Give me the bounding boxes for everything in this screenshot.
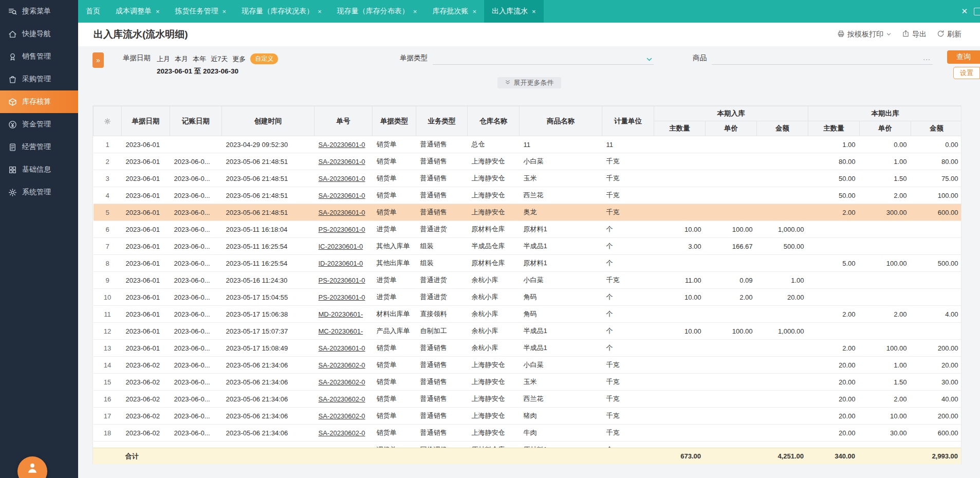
tab[interactable]: 成本调整单× <box>108 0 168 23</box>
date-quick-link[interactable]: 本年 <box>193 54 206 64</box>
tab[interactable]: 拣货任务管理× <box>168 0 234 23</box>
table-row[interactable]: 72023-06-012023-06-0...2023-05-11 16:25:… <box>94 238 962 255</box>
sidebar-item[interactable]: 库存核算 <box>0 90 78 113</box>
table-row[interactable]: 82023-06-012023-06-0...2023-05-11 16:25:… <box>94 255 962 272</box>
export-button[interactable]: 导出 <box>902 30 927 39</box>
column-header[interactable]: 商品名称 <box>520 106 602 136</box>
sub-column-header[interactable]: 金额 <box>911 121 962 136</box>
doc-number-link[interactable]: SA-20230601-0 <box>319 175 365 182</box>
table-row[interactable]: 122023-06-012023-06-0...2023-05-17 15:07… <box>94 323 962 340</box>
doc-number-link[interactable]: IC-20230601-0 <box>319 243 363 250</box>
tab[interactable]: 首页 <box>78 0 108 23</box>
table-row[interactable]: 42023-06-012023-06-0...2023-05-06 21:48:… <box>94 187 962 204</box>
doc-type-select[interactable] <box>433 53 654 65</box>
sidebar-item[interactable]: 采购管理 <box>0 68 78 90</box>
tab[interactable]: 现存量（库存分布表）× <box>329 0 425 23</box>
doc-number-link[interactable]: PS-20230601-0 <box>319 226 365 233</box>
tab-close-icon[interactable]: × <box>156 8 160 15</box>
sub-column-header[interactable]: 单价 <box>706 121 757 136</box>
sidebar-item[interactable]: 系统管理 <box>0 181 78 204</box>
table-row[interactable]: 162023-06-022023-06-0...2023-05-06 21:34… <box>94 391 962 408</box>
table-row[interactable]: 102023-06-012023-06-0...2023-05-17 15:04… <box>94 289 962 306</box>
column-header[interactable]: 单据日期 <box>122 106 170 136</box>
date-quick-link[interactable]: 上月 <box>157 54 170 64</box>
doc-number-link[interactable]: SA-20230601-0 <box>319 344 365 352</box>
tab[interactable]: 库存批次账× <box>424 0 484 23</box>
table-row[interactable]: 182023-06-022023-06-0...2023-05-06 21:34… <box>94 425 962 442</box>
doc-number-link[interactable]: SA-20230601-0 <box>319 209 365 216</box>
doc-number-link[interactable]: SA-20230602-0 <box>319 378 365 386</box>
custom-date-badge[interactable]: 自定义 <box>250 53 278 64</box>
table-row[interactable]: 172023-06-022023-06-0...2023-05-06 21:34… <box>94 408 962 425</box>
close-icon[interactable]: ✕ <box>961 7 968 16</box>
sub-column-header[interactable]: 主数量 <box>654 121 706 136</box>
column-header[interactable]: 创建时间 <box>222 106 315 136</box>
group-header: 本期入库 <box>654 106 808 121</box>
sidebar-search-label: 搜索菜单 <box>22 7 51 16</box>
table-row[interactable]: 92023-06-012023-06-0...2023-05-16 11:24:… <box>94 272 962 289</box>
table-row[interactable]: 132023-06-012023-06-0...2023-05-17 15:08… <box>94 340 962 357</box>
date-quick-links: 上月本月本年近7天更多 <box>157 54 246 64</box>
tab-close-icon[interactable]: × <box>223 8 227 15</box>
column-header[interactable]: 单据类型 <box>373 106 416 136</box>
doc-number-link[interactable]: PS-20230601-0 <box>319 277 365 284</box>
expand-more-button[interactable]: 展开更多条件 <box>497 77 561 88</box>
sidebar-item[interactable]: 基础信息 <box>0 158 78 181</box>
doc-number-link[interactable]: MD-20230601- <box>319 310 363 318</box>
table-row[interactable]: 12023-06-012023-04-29 09:52:30SA-2023060… <box>94 136 962 153</box>
table-row[interactable]: 142023-06-022023-06-0...2023-05-06 21:34… <box>94 357 962 374</box>
doc-number-link[interactable]: SA-20230602-0 <box>319 395 365 403</box>
column-settings-icon[interactable] <box>94 106 122 136</box>
sub-column-header[interactable]: 单价 <box>860 121 911 136</box>
tab-close-icon[interactable]: × <box>318 8 322 15</box>
doc-number-link[interactable]: SA-20230601-0 <box>319 192 365 199</box>
business-icon <box>8 143 17 152</box>
date-quick-link[interactable]: 近7天 <box>211 54 228 64</box>
doc-number-link[interactable]: PS-20230601-0 <box>319 293 365 301</box>
funds-icon <box>8 120 17 129</box>
collapse-filter-button[interactable]: » <box>93 52 104 68</box>
sidebar-nav: 快捷导航销售管理采购管理库存核算资金管理经营管理基础信息系统管理 <box>0 23 78 204</box>
date-quick-link[interactable]: 更多 <box>232 54 246 64</box>
printer-icon <box>837 30 845 39</box>
doc-number-link[interactable]: SA-20230601-0 <box>319 141 365 149</box>
date-range-value[interactable]: 2023-06-01 至 2023-06-30 <box>157 67 278 76</box>
column-header[interactable]: 仓库名称 <box>468 106 520 136</box>
sidebar-item[interactable]: 资金管理 <box>0 113 78 136</box>
sidebar-item[interactable]: 经营管理 <box>0 136 78 158</box>
sub-column-header[interactable]: 金额 <box>757 121 808 136</box>
sidebar-item[interactable]: 快捷导航 <box>0 23 78 45</box>
settings-button[interactable]: 设置 <box>953 67 980 79</box>
column-header[interactable]: 业务类型 <box>416 106 468 136</box>
tab-close-icon[interactable]: × <box>472 8 476 15</box>
table-row[interactable]: 32023-06-012023-06-0...2023-05-06 21:48:… <box>94 170 962 187</box>
sub-column-header[interactable]: 主数量 <box>808 121 860 136</box>
table-row[interactable]: 152023-06-022023-06-0...2023-05-06 21:34… <box>94 374 962 391</box>
column-header[interactable]: 计量单位 <box>602 106 654 136</box>
tab-close-icon[interactable]: × <box>532 8 536 15</box>
table-row[interactable]: 52023-06-012023-06-0...2023-05-06 21:48:… <box>94 204 962 221</box>
date-quick-link[interactable]: 本月 <box>175 54 188 64</box>
doc-number-link[interactable]: MC-20230601- <box>319 327 363 335</box>
tab[interactable]: 出入库流水× <box>484 0 544 23</box>
doc-number-link[interactable]: SA-20230602-0 <box>319 412 365 420</box>
column-header[interactable]: 单号 <box>315 106 373 136</box>
table-row[interactable]: 22023-06-012023-06-0...2023-05-06 21:48:… <box>94 153 962 170</box>
search-button[interactable]: 查询 <box>947 50 980 64</box>
sidebar-search-menu[interactable]: 搜索菜单 <box>0 0 78 23</box>
doc-number-link[interactable]: SA-20230602-0 <box>319 361 365 369</box>
doc-number-link[interactable]: SA-20230601-0 <box>319 158 365 166</box>
sidebar-item[interactable]: 销售管理 <box>0 45 78 68</box>
doc-number-link[interactable]: SA-20230602-0 <box>319 429 365 437</box>
refresh-button[interactable]: 刷新 <box>937 30 961 39</box>
tab[interactable]: 现存量（库存状况表）× <box>234 0 329 23</box>
print-by-template-button[interactable]: 按模板打印 <box>837 30 892 39</box>
table-row[interactable]: 112023-06-012023-06-0...2023-05-17 15:06… <box>94 306 962 323</box>
window-restore-icon[interactable] <box>974 8 980 15</box>
doc-number-link[interactable]: ID-20230601-0 <box>319 260 363 267</box>
column-header[interactable]: 记账日期 <box>170 106 222 136</box>
product-input[interactable]: ... <box>712 53 933 65</box>
more-options-icon[interactable]: ... <box>923 53 931 62</box>
table-row[interactable]: 62023-06-012023-06-0...2023-05-11 16:18:… <box>94 221 962 238</box>
tab-close-icon[interactable]: × <box>413 8 417 15</box>
